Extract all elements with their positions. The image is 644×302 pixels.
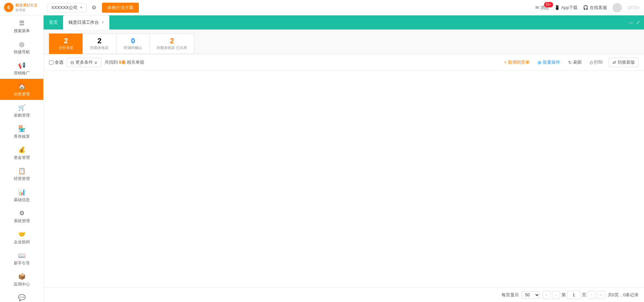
sidebar-label-6: 资金管理 bbox=[14, 155, 30, 161]
sidebar-icon-1: ◎ bbox=[19, 41, 24, 48]
sidebar-label-1: 快捷导航 bbox=[14, 49, 30, 55]
total-label: 共0页，0条记录 bbox=[608, 292, 639, 298]
toolbar: 全选 ⊟ 更多条件 ∨ 共找到 0条 相关单据 + 新增销货单 ⊞ 批量操作 bbox=[44, 54, 644, 71]
app-download-button[interactable]: 📱 App下载 bbox=[554, 5, 578, 11]
batch-operation-button[interactable]: ⊞ 批量操作 bbox=[536, 58, 562, 67]
avatar[interactable] bbox=[612, 3, 622, 12]
sub-tab-desc-2: 旺铺待确认 bbox=[124, 45, 142, 50]
sidebar-label-9: 系统管理 bbox=[14, 218, 30, 224]
empty-state bbox=[44, 71, 644, 287]
sidebar-item-8[interactable]: 📊基础信息 bbox=[0, 184, 43, 205]
sidebar-item-13[interactable]: 💬企业微信 bbox=[0, 290, 43, 302]
chevron-icon: ∨ bbox=[94, 60, 98, 65]
sub-tab-count-1: 2 bbox=[97, 37, 101, 45]
result-count: 0条 bbox=[119, 60, 126, 65]
page-input[interactable] bbox=[567, 291, 581, 299]
first-page-button[interactable]: « bbox=[543, 291, 551, 299]
sidebar-label-2: 营销推广 bbox=[14, 70, 30, 76]
sub-tab-count-2: 0 bbox=[131, 37, 135, 45]
switch-version-button[interactable]: ⇄ 切换新版 bbox=[609, 58, 639, 67]
prev-page-button[interactable]: ‹ bbox=[552, 291, 560, 299]
last-page-button[interactable]: » bbox=[597, 291, 605, 299]
sidebar-icon-7: 📋 bbox=[18, 167, 25, 175]
sidebar-label-8: 基础信息 bbox=[14, 197, 30, 203]
sidebar-icon-0: ☰ bbox=[19, 19, 24, 27]
logo-text-group: 畅捷通好生意 标准版 bbox=[15, 3, 38, 12]
sidebar: ☰搜索菜单◎快捷导航📢营销推广🏠销售管理🛒采购管理🏪库存核算💰资金管理📋经营管理… bbox=[0, 15, 44, 302]
logo-icon: 6 bbox=[4, 3, 13, 12]
select-all-checkbox[interactable]: 全选 bbox=[49, 59, 63, 65]
print-button[interactable]: ⎙ 打印 bbox=[588, 58, 605, 67]
username-label: OfTEn bbox=[627, 5, 640, 10]
tab-bar: 首页 钱货日清工作台 × — ⤢ bbox=[44, 15, 644, 29]
sub-tab-0[interactable]: 2全部单据 bbox=[49, 34, 83, 54]
sub-tab-count-3: 2 bbox=[170, 37, 174, 45]
result-text: 共找到 0条 相关单据 bbox=[105, 59, 144, 65]
sub-tab-3[interactable]: 2到期未收款 已出库 bbox=[150, 34, 194, 54]
online-service-button[interactable]: 🎧 在线客服 bbox=[583, 5, 607, 11]
filter-button[interactable]: ⊟ 更多条件 ∨ bbox=[67, 58, 101, 67]
sub-tab-desc-0: 全部单据 bbox=[59, 45, 73, 50]
sidebar-item-11[interactable]: 📖新手引导 bbox=[0, 248, 43, 269]
sidebar-item-1[interactable]: ◎快捷导航 bbox=[0, 37, 43, 58]
page-end-label: 页 bbox=[582, 292, 586, 298]
sidebar-label-7: 经营管理 bbox=[14, 176, 30, 182]
sub-tab-count-0: 2 bbox=[64, 37, 68, 45]
print-label: 打印 bbox=[594, 59, 603, 65]
sidebar-label-12: 应用中心 bbox=[14, 282, 30, 287]
company-name: XXXXXX公司 bbox=[51, 5, 77, 11]
sidebar-label-3: 销售管理 bbox=[14, 92, 30, 97]
sidebar-item-10[interactable]: 🤝企业协同 bbox=[0, 227, 43, 248]
tab-close-icon[interactable]: × bbox=[102, 20, 104, 25]
main-layout: ☰搜索菜单◎快捷导航📢营销推广🏠销售管理🛒采购管理🏪库存核算💰资金管理📋经营管理… bbox=[0, 15, 644, 302]
sidebar-label-11: 新手引导 bbox=[14, 260, 30, 266]
sidebar-label-5: 库存核算 bbox=[14, 134, 30, 139]
sidebar-item-9[interactable]: ⚙系统管理 bbox=[0, 205, 43, 227]
sidebar-item-6[interactable]: 💰资金管理 bbox=[0, 142, 43, 163]
switch-label: 切换新版 bbox=[618, 59, 635, 65]
sub-tab-desc-3: 到期未收款 已出库 bbox=[157, 45, 187, 50]
refresh-icon: ↻ bbox=[568, 60, 572, 65]
print-icon: ⎙ bbox=[590, 60, 593, 65]
toolbar-left: 全选 ⊟ 更多条件 ∨ 共找到 0条 相关单据 bbox=[49, 58, 499, 67]
sidebar-item-7[interactable]: 📋经营管理 bbox=[0, 163, 43, 184]
sidebar-item-12[interactable]: 📦应用中心 bbox=[0, 269, 43, 290]
add-order-button[interactable]: + 新增销货单 bbox=[502, 58, 532, 67]
sub-tab-2[interactable]: 0旺铺待确认 bbox=[116, 34, 150, 54]
select-all-input[interactable] bbox=[49, 60, 53, 65]
switch-icon: ⇄ bbox=[612, 60, 616, 65]
sidebar-item-2[interactable]: 📢营销推广 bbox=[0, 58, 43, 79]
sidebar-label-0: 搜索菜单 bbox=[14, 28, 30, 34]
sidebar-icon-4: 🛒 bbox=[18, 104, 25, 111]
sidebar-icon-6: 💰 bbox=[18, 146, 25, 154]
sidebar-item-3[interactable]: 🏠销售管理 bbox=[0, 79, 43, 100]
per-page-label: 每页显示 bbox=[501, 292, 519, 298]
next-page-button[interactable]: › bbox=[588, 291, 596, 299]
header-right: ✉ 消息 99+ 📱 App下载 🎧 在线客服 OfTEn bbox=[535, 3, 640, 12]
sidebar-item-4[interactable]: 🛒采购管理 bbox=[0, 100, 43, 121]
settings-button[interactable]: ⚙ bbox=[89, 3, 99, 12]
headset-icon: 🎧 bbox=[583, 5, 588, 10]
tab-minimize-icon[interactable]: — bbox=[629, 20, 633, 25]
select-all-label: 全选 bbox=[55, 59, 63, 65]
sidebar-item-0[interactable]: ☰搜索菜单 bbox=[0, 15, 43, 37]
message-icon: ✉ bbox=[535, 5, 539, 10]
sub-tab-1[interactable]: 2到期未收款 bbox=[83, 34, 116, 54]
logo-text: 畅捷通好生意 bbox=[15, 3, 38, 7]
sidebar-icon-13: 💬 bbox=[18, 294, 25, 301]
tab-home[interactable]: 首页 bbox=[44, 15, 63, 29]
batch-icon: ⊞ bbox=[538, 60, 541, 65]
message-button[interactable]: ✉ 消息 99+ bbox=[535, 5, 549, 11]
company-selector[interactable]: XXXXXX公司 ▼ bbox=[48, 3, 87, 12]
tab-qianhuori[interactable]: 钱货日清工作台 × bbox=[63, 15, 109, 29]
pagination-bar: 每页显示 50 100 200 « ‹ 第 页 › » 共0页，0条记录 bbox=[44, 287, 644, 302]
tab-expand-icon[interactable]: ⤢ bbox=[636, 20, 640, 25]
app-download-icon: 📱 bbox=[554, 5, 560, 10]
logo-area: 6 畅捷通好生意 标准版 bbox=[4, 3, 48, 12]
sidebar-item-5[interactable]: 🏪库存核算 bbox=[0, 121, 43, 142]
sub-tab-desc-1: 到期未收款 bbox=[90, 45, 109, 50]
table-area bbox=[44, 71, 644, 287]
per-page-select[interactable]: 50 100 200 bbox=[522, 291, 540, 299]
trial-button[interactable]: 体验行业方案 bbox=[102, 3, 139, 13]
refresh-button[interactable]: ↻ 刷新 bbox=[566, 58, 584, 67]
